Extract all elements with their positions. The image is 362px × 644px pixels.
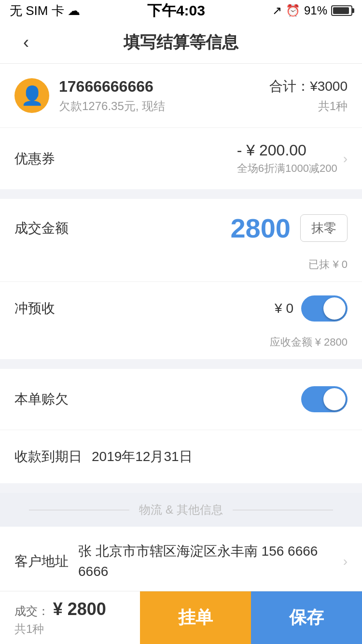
page-title: 填写结算等信息 [124,31,238,54]
save-button[interactable]: 保存 [251,591,362,644]
avatar: 👤 [14,78,49,113]
transaction-row: 成交金额 2800 抹零 [0,199,362,257]
chevron-right-icon: › [343,554,348,569]
user-card: 👤 17666666666 欠款1276.35元, 现结 合计：¥3000 共1… [0,64,362,189]
coupon-row[interactable]: 优惠券 - ¥ 200.00 全场6折满1000减200 › [0,127,362,189]
flush-toggle[interactable] [301,295,348,322]
user-row: 👤 17666666666 欠款1276.35元, 现结 合计：¥3000 共1… [0,64,362,127]
flush-right: ¥ 0 [275,295,348,322]
coupon-right-info: - ¥ 200.00 全场6折满1000减200 [237,141,337,176]
user-subtext: 欠款1276.35元, 现结 [59,98,269,114]
footer-prefix: 成交： [14,604,49,617]
debt-section: 本单赊欠 收款到期日 2019年12月31日 [0,369,362,483]
debt-toggle[interactable] [301,386,348,412]
no-sim-text: 无 SIM 卡 ☁ [10,2,80,19]
debt-row: 本单赊欠 [0,369,362,430]
battery-icon [331,5,352,16]
chevron-right-icon: › [343,151,348,167]
due-date-label: 收款到期日 [14,448,82,466]
user-phone: 17666666666 [59,78,269,96]
due-date-row: 收款到期日 2019年12月31日 [0,430,362,483]
status-left: 无 SIM 卡 ☁ [10,2,80,19]
transaction-sub: 已抹 ¥ 0 [0,257,362,281]
item-count: 共1种 [269,98,348,114]
main-content: 👤 17666666666 欠款1276.35元, 现结 合计：¥3000 共1… [0,64,362,644]
address-row[interactable]: 客户地址 张 北京市市辖区海淀区永丰南 156 6666 6666 › [0,527,362,596]
debt-toggle-knob [323,388,346,410]
total-amount: 合计：¥3000 [269,77,348,96]
alarm-icon: ⏰ [286,4,300,17]
location-icon: ↗ [272,4,282,17]
footer-amount: ¥ 2800 [53,599,106,619]
toggle-knob [323,297,346,320]
flush-amount: ¥ 0 [275,301,293,316]
due-date-value: 2019年12月31日 [92,448,193,466]
nav-bar: ‹ 填写结算等信息 [0,21,362,64]
flush-row: 冲预收 ¥ 0 [0,281,362,335]
coupon-discount: - ¥ 200.00 [237,141,337,159]
flush-sub: 应收金额 ¥ 2800 [0,335,362,359]
status-bar: 无 SIM 卡 ☁ 下午4:03 ↗ ⏰ 91% [0,0,362,21]
back-button[interactable]: ‹ [12,28,41,57]
transaction-section: 成交金额 2800 抹零 已抹 ¥ 0 冲预收 ¥ 0 应收金额 ¥ 2800 [0,199,362,359]
debt-label: 本单赊欠 [14,390,69,408]
user-info: 17666666666 欠款1276.35元, 现结 [59,78,269,114]
section-divider: 物流 & 其他信息 [0,493,362,527]
coupon-label: 优惠券 [14,150,55,168]
user-icon: 👤 [21,85,43,106]
footer-amount-row: 成交： ¥ 2800 [14,599,125,619]
transaction-right: 2800 抹零 [230,212,348,244]
battery-percent: 91% [304,4,327,17]
divider-text: 物流 & 其他信息 [129,502,232,518]
footer-info: 成交： ¥ 2800 共1种 [0,599,140,637]
address-value: 张 北京市市辖区海淀区永丰南 156 6666 6666 [78,541,343,582]
transaction-amount: 2800 [230,212,291,244]
coupon-desc: 全场6折满1000减200 [237,161,337,176]
status-time: 下午4:03 [147,1,205,21]
transaction-label: 成交金额 [14,219,69,238]
hold-order-button[interactable]: 挂单 [140,591,251,644]
round-zero-button[interactable]: 抹零 [300,214,348,242]
address-label: 客户地址 [14,552,69,571]
coupon-right: - ¥ 200.00 全场6折满1000减200 › [237,141,348,176]
footer: 成交： ¥ 2800 共1种 挂单 保存 [0,591,362,644]
footer-count: 共1种 [14,621,125,637]
flush-label: 冲预收 [14,299,55,318]
user-amount: 合计：¥3000 共1种 [269,77,348,114]
status-right: ↗ ⏰ 91% [272,4,352,17]
